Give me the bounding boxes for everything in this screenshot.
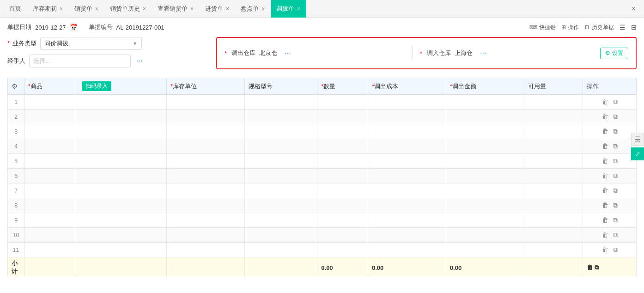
cell-available-10[interactable] [524, 228, 583, 243]
tab-inventory-init[interactable]: 库存期初 × [27, 0, 69, 18]
tab-inventory-init-close[interactable]: × [60, 6, 63, 12]
copy-btn-3[interactable]: ⧉ [613, 128, 618, 135]
cell-cost-11[interactable] [368, 243, 446, 257]
cell-unit-2[interactable] [167, 110, 245, 124]
delete-btn-9[interactable]: 🗑 [602, 216, 608, 224]
history-btn[interactable]: 🗒 历史单据 [584, 24, 614, 31]
cell-spec-8[interactable] [244, 198, 317, 213]
cell-quantity-1[interactable] [317, 95, 368, 110]
cell-unit-5[interactable] [167, 154, 245, 169]
cell-quantity-5[interactable] [317, 154, 368, 169]
subtotal-copy-icon[interactable]: ⧉ [595, 264, 599, 271]
shortcuts-btn[interactable]: ⌨ 快捷键 [529, 24, 556, 31]
delete-btn-7[interactable]: 🗑 [602, 187, 608, 194]
cell-amount-7[interactable] [446, 183, 524, 198]
tab-purchase-order[interactable]: 进货单 × [200, 0, 235, 18]
cell-unit-1[interactable] [167, 95, 245, 110]
tab-sales-order[interactable]: 销货单 × [69, 0, 104, 18]
cell-unit-11[interactable] [167, 243, 245, 257]
tab-view-sales-close[interactable]: × [190, 6, 194, 12]
cell-amount-10[interactable] [446, 228, 524, 243]
cell-amount-4[interactable] [446, 139, 524, 154]
cell-product-1[interactable] [24, 95, 75, 110]
delete-btn-5[interactable]: 🗑 [602, 157, 608, 165]
scan-input-btn[interactable]: 扫码录入 [82, 81, 111, 91]
copy-btn-2[interactable]: ⧉ [613, 113, 618, 120]
cell-cost-6[interactable] [368, 169, 446, 183]
cell-available-11[interactable] [524, 243, 583, 257]
cell-spec-3[interactable] [244, 124, 317, 139]
col-gear[interactable]: ⚙ [8, 78, 24, 95]
cell-product-7[interactable] [24, 183, 75, 198]
cell-unit-4[interactable] [167, 139, 245, 154]
cell-cost-8[interactable] [368, 198, 446, 213]
cell-amount-6[interactable] [446, 169, 524, 183]
copy-btn-5[interactable]: ⧉ [613, 157, 618, 165]
cell-unit-8[interactable] [167, 198, 245, 213]
tab-purchase-order-close[interactable]: × [226, 6, 229, 12]
tab-inventory-check[interactable]: 盘点单 × [235, 0, 271, 18]
cell-spec-9[interactable] [244, 213, 317, 228]
cell-quantity-7[interactable] [317, 183, 368, 198]
cell-spec-1[interactable] [244, 95, 317, 110]
tab-transfer-order[interactable]: 调拨单 × [271, 0, 306, 18]
cell-unit-9[interactable] [167, 213, 245, 228]
layout-icon-1[interactable]: ☰ [620, 24, 626, 31]
cell-spec-6[interactable] [244, 169, 317, 183]
copy-btn-9[interactable]: ⧉ [613, 216, 618, 224]
window-close-btn[interactable]: × [629, 4, 638, 14]
delete-btn-6[interactable]: 🗑 [602, 172, 608, 179]
delete-btn-4[interactable]: 🗑 [602, 142, 608, 150]
copy-btn-1[interactable]: ⧉ [613, 98, 618, 105]
cell-quantity-8[interactable] [317, 198, 368, 213]
cell-quantity-11[interactable] [317, 243, 368, 257]
cell-available-7[interactable] [524, 183, 583, 198]
layout-icon-2[interactable]: ⊟ [631, 24, 637, 31]
cell-amount-5[interactable] [446, 154, 524, 169]
cell-amount-2[interactable] [446, 110, 524, 124]
cell-amount-8[interactable] [446, 198, 524, 213]
cell-cost-7[interactable] [368, 183, 446, 198]
tab-home[interactable]: 首页 [4, 0, 27, 18]
tab-sales-history-close[interactable]: × [143, 6, 146, 12]
cell-product-4[interactable] [24, 139, 75, 154]
source-warehouse-more-btn[interactable]: ··· [285, 49, 291, 57]
cell-spec-7[interactable] [244, 183, 317, 198]
copy-btn-7[interactable]: ⧉ [613, 187, 618, 194]
cell-product-11[interactable] [24, 243, 75, 257]
cell-spec-2[interactable] [244, 110, 317, 124]
tab-view-sales[interactable]: 查看销货单 × [152, 0, 200, 18]
cell-spec-11[interactable] [244, 243, 317, 257]
cell-available-4[interactable] [524, 139, 583, 154]
cell-amount-1[interactable] [446, 95, 524, 110]
setting-btn[interactable]: ⚙ 设置 [600, 48, 628, 59]
cell-amount-3[interactable] [446, 124, 524, 139]
cell-product-9[interactable] [24, 213, 75, 228]
cell-product-6[interactable] [24, 169, 75, 183]
cell-unit-10[interactable] [167, 228, 245, 243]
operations-btn[interactable]: ⊞ 操作 [561, 24, 579, 31]
cell-cost-10[interactable] [368, 228, 446, 243]
cell-available-8[interactable] [524, 198, 583, 213]
cell-available-6[interactable] [524, 169, 583, 183]
cell-quantity-4[interactable] [317, 139, 368, 154]
table-scroll[interactable]: ⚙ *商品 扫码录入 *库存单位 规格型号 *数量 [7, 78, 637, 276]
right-float-list-btn[interactable]: ☰ [631, 133, 644, 146]
cell-spec-10[interactable] [244, 228, 317, 243]
cell-cost-3[interactable] [368, 124, 446, 139]
cell-product-3[interactable] [24, 124, 75, 139]
cell-cost-9[interactable] [368, 213, 446, 228]
delete-btn-3[interactable]: 🗑 [602, 128, 608, 135]
cell-quantity-3[interactable] [317, 124, 368, 139]
cell-cost-2[interactable] [368, 110, 446, 124]
delete-btn-8[interactable]: 🗑 [602, 201, 608, 209]
subtotal-add-icon[interactable]: 🗑 [587, 264, 593, 271]
delete-btn-1[interactable]: 🗑 [602, 98, 608, 105]
copy-btn-11[interactable]: ⧉ [613, 246, 618, 253]
tab-sales-history[interactable]: 销货单历史 × [104, 0, 152, 18]
business-type-select[interactable]: 同价调拨 ▼ [40, 37, 142, 50]
cell-amount-11[interactable] [446, 243, 524, 257]
handler-more-btn[interactable]: ··· [134, 57, 144, 65]
copy-btn-4[interactable]: ⧉ [613, 142, 618, 150]
cell-spec-5[interactable] [244, 154, 317, 169]
